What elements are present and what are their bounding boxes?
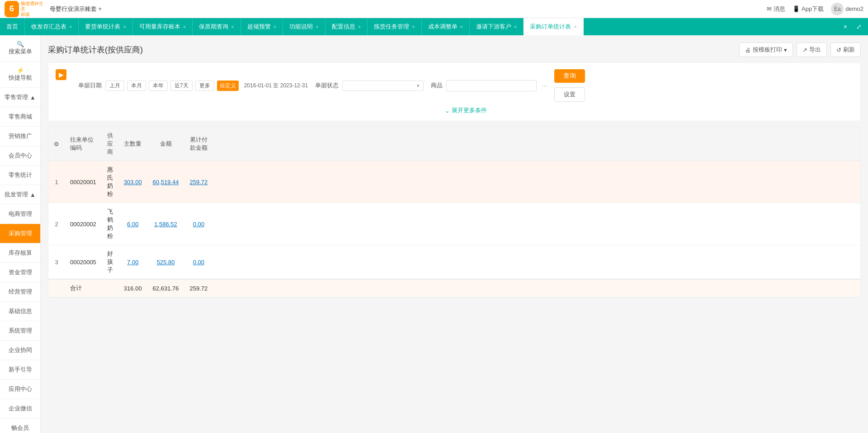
status-select[interactable]: ▾	[342, 81, 424, 91]
tab-pick-task[interactable]: 拣货任务管理 ×	[368, 18, 421, 35]
cell-paid-amount[interactable]: 0.00	[184, 203, 213, 245]
sidebar-item-batch-mgmt[interactable]: 批发管理 ▲	[0, 185, 40, 205]
date-btn-more[interactable]: 更多	[195, 81, 214, 91]
expand-more-label: 展开更多条件	[452, 106, 487, 114]
tab-cost-adjust-close[interactable]: ×	[460, 24, 463, 29]
export-label: 导出	[809, 46, 821, 54]
tab-order-stats-label: 要货单统计表	[85, 23, 120, 31]
tab-order-stats[interactable]: 要货单统计表 ×	[79, 18, 132, 35]
cell-amount[interactable]: 525.80	[147, 245, 184, 280]
sidebar-item-purchase-mgmt[interactable]: 采购管理	[0, 224, 40, 243]
tab-func-desc-close[interactable]: ×	[316, 24, 318, 29]
sidebar-ops-mgmt-label: 经营管理	[0, 288, 40, 296]
sidebar-item-marketing[interactable]: 营销推广	[0, 127, 40, 146]
sidebar-item-vip[interactable]: 畅会员	[0, 419, 40, 433]
sidebar-item-basic-info[interactable]: 基础信息	[0, 302, 40, 321]
tab-receive-pay-close[interactable]: ×	[69, 24, 72, 29]
date-btn-7days[interactable]: 近7天	[170, 81, 193, 91]
tab-overstock[interactable]: 超储预警 ×	[241, 18, 283, 35]
cell-main-qty[interactable]: 303.00	[118, 161, 147, 203]
sidebar-item-finance[interactable]: 资金管理	[0, 263, 40, 282]
tab-purchase-stats-label: 采购订单统计表	[530, 23, 571, 31]
sidebar-corp-wechat-label: 企业微信	[0, 404, 40, 413]
query-btn[interactable]: 查询	[554, 69, 585, 83]
tab-pick-task-close[interactable]: ×	[412, 24, 415, 29]
nav-expand-btn[interactable]: ⤢	[854, 22, 864, 31]
cell-amount[interactable]: 1,586.52	[147, 203, 184, 245]
app-download-btn[interactable]: 📱 App下载	[793, 5, 824, 13]
sidebar-ecommerce-label: 电商管理	[0, 210, 40, 218]
sidebar-item-app-center[interactable]: 应用中心	[0, 380, 40, 399]
tab-cost-adjust[interactable]: 成本调整单 ×	[422, 18, 470, 35]
cell-main-qty[interactable]: 7.00	[118, 245, 147, 280]
sidebar-item-retail-stats[interactable]: 零售统计	[0, 166, 40, 185]
col-supplier: 供应商	[102, 127, 118, 161]
col-settings[interactable]: ⚙	[48, 127, 65, 161]
page-title: 采购订单统计表(按供应商)	[48, 44, 143, 55]
tab-expiry-query[interactable]: 保质期查询 ×	[193, 18, 241, 35]
table-row[interactable]: 1 00020001 惠氏奶粉 303.00 60,519.44 259.72	[48, 161, 860, 203]
messages-btn[interactable]: ✉ 消息	[767, 5, 785, 13]
status-select-arrow: ▾	[417, 83, 420, 89]
tab-purchase-stats-close[interactable]: ×	[574, 24, 576, 29]
settings-btn[interactable]: 设置	[554, 87, 585, 102]
nav-close-btn[interactable]: ×	[841, 22, 850, 31]
tab-receive-pay[interactable]: 收发存汇总表 ×	[25, 18, 79, 35]
footer-main-qty: 316.00	[118, 279, 147, 297]
sidebar-item-corp-collab[interactable]: 企业协同	[0, 341, 40, 360]
date-btn-this-year[interactable]: 本年	[149, 81, 168, 91]
sidebar-item-inventory[interactable]: 库存核算	[0, 243, 40, 263]
footer-empty-3	[213, 279, 860, 297]
tab-config-info-close[interactable]: ×	[358, 24, 361, 29]
goods-filter-group: 商品 ···	[431, 80, 547, 91]
logo-text: 畅捷通好生意标版	[21, 1, 45, 17]
tab-invite-downstream[interactable]: 邀请下游客户 ×	[470, 18, 524, 35]
collapse-btn[interactable]: ▶	[56, 69, 66, 80]
tab-expiry-query-close[interactable]: ×	[231, 24, 234, 29]
footer-paid-amount: 259.72	[184, 279, 213, 297]
cell-paid-amount[interactable]: 259.72	[184, 161, 213, 203]
sidebar-item-corp-wechat[interactable]: 企业微信	[0, 399, 40, 419]
tab-home[interactable]: 首页	[0, 18, 25, 35]
sidebar-item-ecommerce[interactable]: 电商管理	[0, 205, 40, 224]
tab-purchase-stats[interactable]: 采购订单统计表 ×	[524, 18, 583, 35]
refresh-btn[interactable]: ↺ 刷新	[830, 43, 861, 57]
cell-row-num: 1	[48, 161, 65, 203]
date-filter-group: 单据日期 上月 本月 本年 近7天 更多 自定义 2016-01-01 至 20…	[78, 81, 308, 91]
cell-extra	[213, 203, 860, 245]
sidebar-item-retail-mall[interactable]: 零售商城	[0, 107, 40, 127]
tab-func-desc[interactable]: 功能说明 ×	[283, 18, 325, 35]
cell-amount[interactable]: 60,519.44	[147, 161, 184, 203]
cell-supplier: 惠氏奶粉	[102, 161, 118, 203]
sidebar-item-retail[interactable]: 零售管理 ▲	[0, 88, 40, 107]
sidebar-purchase-mgmt-label: 采购管理	[0, 229, 40, 238]
workspace-selector[interactable]: 母婴行业演示账套 ▾	[50, 5, 102, 13]
date-btn-this-month[interactable]: 本月	[127, 81, 146, 91]
tab-overstock-close[interactable]: ×	[274, 24, 276, 29]
sidebar-new-guide-label: 新手引导	[0, 366, 40, 374]
tab-expiry-query-label: 保质期查询	[199, 23, 228, 31]
tab-config-info[interactable]: 配置信息 ×	[326, 18, 368, 35]
tab-order-stats-close[interactable]: ×	[123, 24, 126, 29]
sidebar-item-new-guide[interactable]: 新手引导	[0, 360, 40, 380]
sidebar-item-quick-nav[interactable]: ⚡ 快捷导航	[0, 62, 40, 88]
tab-available-stock-close[interactable]: ×	[183, 24, 186, 29]
print-btn[interactable]: 🖨 按模板打印 ▾	[739, 43, 793, 57]
user-area[interactable]: Ea demo2	[831, 3, 863, 15]
goods-more-btn[interactable]: ···	[542, 82, 547, 89]
table-row[interactable]: 3 00020005 好孩子 7.00 525.80 0.00	[48, 245, 860, 280]
cell-paid-amount[interactable]: 0.00	[184, 245, 213, 280]
sidebar-item-search[interactable]: 🔍 搜索菜单	[0, 35, 40, 62]
goods-input[interactable]	[446, 80, 537, 91]
table-row[interactable]: 2 00020002 飞鹤奶粉 6.00 1,586.52 0.00	[48, 203, 860, 245]
sidebar-item-member[interactable]: 会员中心	[0, 146, 40, 166]
sidebar-item-ops-mgmt[interactable]: 经营管理	[0, 282, 40, 302]
date-btn-prev-month[interactable]: 上月	[105, 81, 124, 91]
tab-invite-downstream-close[interactable]: ×	[514, 24, 517, 29]
tab-available-stock[interactable]: 可用量库存账本 ×	[133, 18, 193, 35]
export-btn[interactable]: ↗ 导出	[797, 43, 827, 57]
tab-home-label: 首页	[6, 23, 18, 31]
sidebar-item-sys-mgmt[interactable]: 系统管理	[0, 321, 40, 341]
cell-main-qty[interactable]: 6.00	[118, 203, 147, 245]
expand-more-btn[interactable]: ⌄ 展开更多条件	[445, 106, 487, 114]
